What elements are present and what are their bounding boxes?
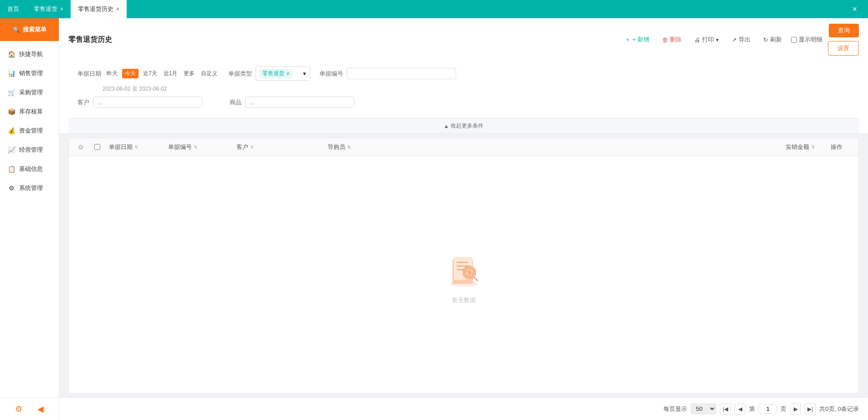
date-1month[interactable]: 近1月 bbox=[162, 69, 180, 78]
tab-home[interactable]: 首页 bbox=[0, 0, 26, 18]
date-more[interactable]: 更多 bbox=[182, 69, 196, 78]
goods-filter-input[interactable] bbox=[245, 97, 354, 108]
sidebar-item-sales[interactable]: 📊 销售管理 bbox=[0, 64, 59, 83]
th-checkbox[interactable] bbox=[89, 144, 105, 150]
show-detail-checkbox-input[interactable] bbox=[791, 37, 797, 43]
sidebar-item-basicinfo[interactable]: 📋 基础信息 bbox=[0, 159, 59, 179]
filter-area: 单据日期 昨天 今天 近7天 近1月 更多 自定义 单据类型 bbox=[68, 61, 859, 118]
tab-retail-return-history[interactable]: 零售退货历史 × bbox=[71, 0, 127, 18]
collapse-label: 收起更多条件 bbox=[451, 122, 483, 130]
print-icon: 🖨 bbox=[694, 36, 700, 43]
collapse-sidebar-icon[interactable]: ◀ bbox=[37, 404, 44, 414]
sidebar-item-basicinfo-label: 基础信息 bbox=[19, 165, 43, 173]
sidebar-item-quicknav-label: 快捷导航 bbox=[19, 50, 43, 58]
sidebar-item-inventory-label: 库存核算 bbox=[19, 108, 43, 116]
date-today[interactable]: 今天 bbox=[122, 69, 139, 78]
basicinfo-icon: 📋 bbox=[7, 165, 15, 173]
type-tag: 零售退货 × bbox=[260, 69, 292, 78]
content-area: 零售退货历史 ＋ + 新增 🗑 删除 🖨 打印 bbox=[59, 18, 868, 420]
type-filter-select[interactable]: 零售退货 × ▾ bbox=[256, 67, 310, 81]
sidebar-item-purchase[interactable]: 🛒 采购管理 bbox=[0, 83, 59, 102]
th-number[interactable]: 单据编号 ⇅ bbox=[164, 143, 233, 151]
collapse-icon: ▲ bbox=[444, 123, 449, 129]
add-label: + 新增 bbox=[632, 36, 649, 44]
setting-button[interactable]: 设置 bbox=[828, 41, 859, 56]
tab-retail-return[interactable]: 零售退货 × bbox=[26, 0, 71, 18]
settings-gear-icon: ⚙ bbox=[78, 143, 84, 151]
add-button[interactable]: ＋ + 新增 bbox=[621, 34, 653, 46]
tab-retail-return-history-close[interactable]: × bbox=[116, 6, 119, 12]
sidebar-search-label: 搜索菜单 bbox=[23, 26, 46, 34]
show-detail-checkbox[interactable]: 显示明细 bbox=[791, 36, 822, 44]
sidebar-nav: 🏠 快捷导航 📊 销售管理 🛒 采购管理 📦 库存核算 💰 资金管理 📈 bbox=[0, 41, 59, 397]
business-icon: 📈 bbox=[7, 146, 15, 154]
th-customer[interactable]: 客户 ⇅ bbox=[233, 143, 324, 151]
refresh-icon: ↻ bbox=[763, 36, 768, 43]
collapse-button[interactable]: ▲ 收起更多条件 bbox=[68, 120, 859, 132]
collapse-bar: ▲ 收起更多条件 bbox=[68, 118, 859, 133]
page-size-select[interactable]: 10 20 50 100 bbox=[691, 404, 716, 414]
page-last-button[interactable]: ▶| bbox=[805, 404, 816, 415]
number-filter-input[interactable] bbox=[347, 68, 456, 79]
home-icon: 🏠 bbox=[7, 50, 15, 58]
page-header: 零售退货历史 ＋ + 新增 🗑 删除 🖨 打印 bbox=[59, 18, 868, 134]
date-custom[interactable]: 自定义 bbox=[199, 69, 219, 78]
page-first-button[interactable]: |◀ bbox=[720, 404, 731, 415]
print-button[interactable]: 🖨 打印 ▾ bbox=[691, 34, 723, 46]
sidebar-item-business[interactable]: 📈 经营管理 bbox=[0, 140, 59, 159]
select-all-checkbox[interactable] bbox=[94, 144, 100, 150]
delete-button[interactable]: 🗑 删除 bbox=[658, 34, 685, 46]
print-dropdown-icon: ▾ bbox=[716, 36, 719, 43]
filter-type: 单据类型 零售退货 × ▾ bbox=[228, 67, 310, 81]
table-header: ⚙ 单据日期 ⇅ 单据编号 ⇅ 客户 ⇅ 导购员 bbox=[69, 138, 858, 156]
sidebar-item-quicknav[interactable]: 🏠 快捷导航 bbox=[0, 45, 59, 64]
search-icon: 🔍 bbox=[13, 26, 20, 33]
show-detail-label: 显示明细 bbox=[799, 36, 822, 44]
page-prev-button[interactable]: ◀ bbox=[734, 404, 745, 415]
query-button[interactable]: 查询 bbox=[829, 24, 859, 37]
sidebar-item-inventory[interactable]: 📦 库存核算 bbox=[0, 102, 59, 121]
export-button[interactable]: ↗ 导出 bbox=[728, 34, 754, 46]
page-number-input[interactable]: 1 bbox=[759, 404, 777, 414]
sidebar-item-finance[interactable]: 💰 资金管理 bbox=[0, 121, 59, 140]
inventory-icon: 📦 bbox=[7, 108, 15, 116]
window-close-button[interactable]: × bbox=[848, 5, 861, 14]
customer-filter-input[interactable] bbox=[93, 97, 202, 108]
refresh-button[interactable]: ↻ 刷新 bbox=[760, 34, 786, 46]
page-title-row: 零售退货历史 ＋ + 新增 🗑 删除 🖨 打印 bbox=[68, 24, 859, 56]
delete-icon: 🗑 bbox=[662, 36, 668, 43]
number-filter-label: 单据编号 bbox=[319, 70, 343, 78]
delete-label: 删除 bbox=[670, 36, 682, 44]
svg-line-8 bbox=[474, 277, 478, 281]
add-icon: ＋ bbox=[625, 36, 631, 44]
filter-date: 单据日期 昨天 今天 近7天 近1月 更多 自定义 bbox=[77, 69, 219, 78]
tab-bar: 首页 零售退货 × 零售退货历史 × bbox=[0, 0, 848, 18]
page-next-button[interactable]: ▶ bbox=[790, 404, 801, 415]
filter-row-1: 单据日期 昨天 今天 近7天 近1月 更多 自定义 单据类型 bbox=[77, 67, 850, 81]
empty-state: 暂无数据 bbox=[69, 156, 858, 393]
th-number-label: 单据编号 bbox=[168, 143, 192, 151]
sidebar-item-sales-label: 销售管理 bbox=[19, 69, 43, 77]
sidebar-item-purchase-label: 采购管理 bbox=[19, 88, 43, 97]
sidebar-item-system[interactable]: ⚙ 系统管理 bbox=[0, 179, 59, 198]
date-yesterday[interactable]: 昨天 bbox=[105, 69, 119, 78]
sales-icon: 📊 bbox=[7, 69, 15, 77]
th-settings[interactable]: ⚙ bbox=[72, 143, 89, 151]
tab-retail-return-close[interactable]: × bbox=[60, 6, 63, 12]
th-amount[interactable]: 实销金额 ⇅ bbox=[764, 143, 818, 151]
sidebar-bottom: ⚙ ◀ bbox=[0, 397, 59, 420]
type-tag-close[interactable]: × bbox=[286, 71, 289, 77]
th-ops: 操作 bbox=[818, 143, 855, 151]
date-7days[interactable]: 近7天 bbox=[141, 69, 159, 78]
date-filter-label: 单据日期 bbox=[77, 70, 101, 78]
type-select-arrow: ▾ bbox=[303, 70, 306, 77]
main-layout: 🔍 搜索菜单 🏠 快捷导航 📊 销售管理 🛒 采购管理 📦 库存核算 💰 bbox=[0, 18, 868, 420]
refresh-label: 刷新 bbox=[770, 36, 782, 44]
sidebar-search[interactable]: 🔍 搜索菜单 bbox=[0, 18, 59, 41]
th-guide[interactable]: 导购员 ⇅ bbox=[324, 143, 379, 151]
print-label: 打印 bbox=[702, 36, 714, 44]
page-size-label: 每页显示 bbox=[663, 405, 687, 413]
th-date[interactable]: 单据日期 ⇅ bbox=[105, 143, 164, 151]
settings-icon[interactable]: ⚙ bbox=[15, 404, 22, 414]
tab-retail-return-label: 零售退货 bbox=[34, 5, 57, 13]
